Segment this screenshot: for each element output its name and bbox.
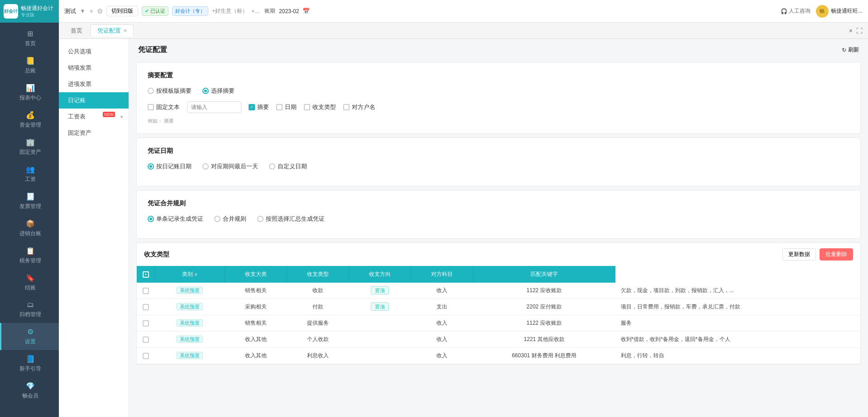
checkbox-summary[interactable]: 摘要	[249, 103, 269, 111]
logo-text: 畅捷通好会计 专业版	[21, 5, 53, 19]
radio-diary-date[interactable]: 按日记账日期	[148, 162, 192, 171]
row2-subject: 2202 应付账款	[473, 299, 615, 315]
user-menu[interactable]: 畅 畅捷通旺旺...	[816, 5, 863, 18]
select-all-checkbox[interactable]: ▪	[143, 271, 149, 278]
checkbox-date[interactable]: 日期	[276, 103, 297, 111]
summary-radio-group: 按模板版摘要 选择摘要	[148, 87, 849, 95]
checkbox-fixed-text[interactable]: 固定文本	[148, 103, 180, 111]
batch-delete-btn[interactable]: 批量删除	[820, 248, 853, 261]
row4-direction: 收入	[411, 332, 473, 348]
income-table-section: 收支类型 更新数据 批量删除 ▪	[136, 242, 861, 365]
topbar-add-icon[interactable]: +	[89, 7, 93, 15]
checkbox-box4	[304, 104, 310, 110]
row3-checkbox[interactable]	[137, 315, 155, 332]
tab-voucher-config[interactable]: 凭证配置 ×	[91, 24, 134, 37]
sidebar-item-home[interactable]: ⊞ 首页	[0, 25, 59, 52]
tax-icon: 📋	[26, 246, 35, 255]
period-value: 2023-02	[279, 8, 299, 14]
radio-select-summary[interactable]: 选择摘要	[202, 87, 235, 95]
left-panel-item-purchase-invoice[interactable]: 进项发票	[59, 76, 129, 92]
radio-merge-rule[interactable]: 合并规则	[214, 215, 246, 223]
sidebar-item-salary[interactable]: 👥 工资	[0, 161, 59, 188]
calendar-icon[interactable]: 📅	[302, 8, 310, 14]
row1-checkbox[interactable]	[137, 283, 155, 299]
sidebar-item-closing[interactable]: 🔖 结账	[0, 269, 59, 296]
sidebar-item-funds[interactable]: 💰 资金管理	[0, 106, 59, 133]
tag-extra: +...	[251, 8, 259, 14]
sidebar-item-archive[interactable]: 🗂 归档管理	[0, 296, 59, 323]
sidebar-item-guide[interactable]: 📘 新手引导	[0, 350, 59, 377]
sidebar-item-tax[interactable]: 📋 税务管理	[0, 242, 59, 269]
row4-checkbox[interactable]	[137, 332, 155, 348]
tab-close-icon[interactable]: ×	[124, 28, 127, 34]
row4-category: 系统预置	[155, 332, 225, 348]
sidebar-item-ledger[interactable]: 📒 总账	[0, 52, 59, 79]
row5-subject: 660301 财务费用 利息费用	[473, 348, 615, 364]
table-header-subject: 对方科目	[411, 266, 473, 283]
headset-icon: 🎧	[781, 8, 787, 14]
row5-major-type: 收入其他	[225, 348, 287, 364]
topbar-gear-icon[interactable]: ⚙	[97, 7, 103, 15]
sidebar-item-invoices[interactable]: 🧾 发票管理	[0, 188, 59, 215]
table-toolbar: 收支类型 更新数据 批量删除	[137, 243, 860, 266]
product-tag1: 好会计（专）	[172, 6, 208, 16]
support-btn[interactable]: 🎧 人工咨询	[781, 7, 810, 15]
reset-btn-1[interactable]: 置顶	[371, 286, 389, 294]
row1-subject: 1122 应收账款	[473, 283, 615, 299]
sidebar-item-member[interactable]: 💎 畅会员	[0, 377, 59, 404]
left-panel-item-public[interactable]: 公共选项	[59, 43, 129, 60]
checkbox-counterpart[interactable]: 对方户名	[343, 103, 375, 111]
main-area: 测试 ▼ + ⚙ 切到旧版 ✔ 已认证 好会计（专） +好生意（标） +... …	[59, 0, 868, 417]
radio-template-summary[interactable]: 按模板版摘要	[148, 87, 192, 95]
sort-icon[interactable]: ∨	[194, 272, 197, 277]
reset-btn-2[interactable]: 置顶	[371, 303, 389, 311]
voucher-date-title: 凭证日期	[148, 147, 849, 155]
left-panel-item-sales-invoice[interactable]: 销项发票	[59, 60, 129, 76]
sidebar-item-reports[interactable]: 📊 报表中心	[0, 79, 59, 106]
fixed-text-input[interactable]	[187, 101, 241, 113]
radio-custom-date[interactable]: 自定义日期	[269, 162, 307, 171]
row1-major-type: 销售相关	[225, 283, 287, 299]
logo-icon: 好会计	[4, 4, 18, 19]
income-data-table: ▪ 类别 ∨ 收支大类 收支类型 收支方向 对方科目 匹配关键字	[137, 266, 860, 364]
checkbox-box1	[148, 104, 154, 110]
row5-checkbox[interactable]	[137, 348, 155, 364]
home-icon: ⊞	[27, 29, 33, 38]
radio-single-record[interactable]: 单条记录生成凭证	[148, 215, 203, 223]
switch-old-btn[interactable]: 切到旧版	[106, 6, 138, 16]
tabbar: 首页 凭证配置 × × ⛶	[59, 23, 868, 39]
row3-no-reset	[349, 315, 411, 332]
sidebar: 好会计 畅捷通好会计 专业版 ⊞ 首页 📒 总账 📊 报表中心 💰 资金管理 🏢…	[0, 0, 59, 417]
row1-category: 系统预置	[155, 283, 225, 299]
checkbox-income-type[interactable]: 收支类型	[304, 103, 336, 111]
table-row: 系统预置 采购相关 付款 置顶 支出 2202 应付账款 项目，日常费用，报销款…	[137, 299, 860, 315]
radio-select-summary-gen[interactable]: 按照选择汇总生成凭证	[257, 215, 325, 223]
row2-checkbox[interactable]	[137, 299, 155, 315]
tab-home[interactable]: 首页	[64, 25, 89, 37]
row2-major-type: 采购相关	[225, 299, 287, 315]
settings-icon: ⚙	[27, 327, 34, 336]
sidebar-item-fixed-assets[interactable]: 🏢 固定资产	[0, 133, 59, 161]
row1-income-type: 收款	[287, 283, 349, 299]
row3-subject: 1122 应收账款	[473, 315, 615, 332]
left-panel-item-fixed-assets2[interactable]: 固定资产	[59, 125, 129, 141]
topbar-dropdown[interactable]: ▼	[80, 8, 86, 14]
left-panel-item-payroll[interactable]: 工资表 NEW ▾	[59, 109, 129, 125]
row5-category: 系统预置	[155, 348, 225, 364]
sidebar-item-settings[interactable]: ⚙ 设置	[0, 323, 59, 350]
left-panel-item-diary[interactable]: 日记账	[59, 92, 129, 109]
table-header-income-type: 收支类型	[287, 266, 349, 283]
window-expand-btn[interactable]: ⛶	[856, 27, 863, 34]
window-close-btn[interactable]: ×	[849, 27, 853, 34]
app-logo: 好会计 畅捷通好会计 专业版	[0, 0, 59, 23]
table-header-checkbox[interactable]: ▪	[137, 266, 155, 283]
config-header: 凭证配置 ↻ 刷新	[129, 39, 868, 58]
checkbox-box3	[276, 104, 283, 110]
update-data-btn[interactable]: 更新数据	[782, 248, 816, 261]
refresh-icon: ↻	[842, 47, 846, 53]
radio-circle2	[202, 88, 209, 94]
radio-period-last-day[interactable]: 对应期间最后一天	[202, 162, 258, 171]
sidebar-item-purchase-sales[interactable]: 📦 进销台账	[0, 215, 59, 242]
table-row: 系统预置 收入其他 个人收款 收入 1221 其他应收款 收到*借款，收到*备用…	[137, 332, 860, 348]
refresh-btn[interactable]: ↻ 刷新	[842, 46, 859, 54]
